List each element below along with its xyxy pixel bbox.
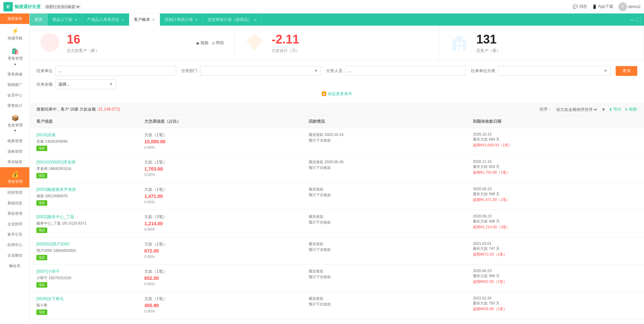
tab-purchase-summary-close[interactable]: ✕ [195,18,198,22]
customer-name-0016[interactable]: [0016]吴俊 [36,132,144,138]
stat-debt-amount-info: -2.11 欠款合计（万） [272,32,300,54]
customer-name-0002[interactable]: [0002]服务中心_丁磊 [36,214,144,220]
customer-phone-000002: 用户2050 18665062050 [36,248,144,253]
avatar: D [618,2,627,11]
sidebar-item-basic[interactable]: 基础信息 [0,198,29,208]
tab-expand-btn[interactable]: ⛶ [637,17,641,22]
retail-mgmt-expand: ▲ [13,62,17,66]
sidebar-item-retail-mall[interactable]: 零售商城 [0,69,29,80]
sidebar-item-warehouse[interactable]: 库存核算 [0,157,29,167]
tab-customer-account[interactable]: 客户账本 ✕ [129,13,160,26]
video-link[interactable]: ▶ 视频 [197,40,208,46]
help-link[interactable]: ⊙ 帮助 [212,40,224,46]
person-input[interactable]: ... [345,66,466,76]
due-info-0002: 2020.06.23 最长欠款 998 天 超期¥1,214.00（3笔） [473,214,637,230]
page-area: ¥ 16 总欠款客户（家） ▶ 视频 ⊙ 帮助 [30,26,644,324]
person-label: 分管人员 [326,68,342,74]
sidebar-item-batch-mgmt[interactable]: 📦 批发管理 ▼ [0,111,29,136]
customer-tag-0006: 现款 [36,310,47,315]
sidebar-item-new-guide[interactable]: 新手引导 [0,229,29,240]
debt-info-0006: 欠款（1笔） 455.90 0.00% [144,296,309,313]
company-collab-label: 企业协同 [7,222,22,227]
debt-amount-0016: 10,000.00 [144,139,309,144]
sidebar-item-retail-mgmt[interactable]: 🛍️ 零售管理 ▲ [0,44,29,69]
download-label: App下载 [598,4,613,9]
tab-collapse-btn[interactable]: — [630,17,635,22]
sidebar-item-purchase[interactable]: 采购管理 [0,146,29,157]
overdue-link-0003[interactable]: 超期¥1,471.00（1笔） [473,197,637,202]
export-btn[interactable]: ⬆ 导出 [609,107,621,112]
max-debt-days-0016: 最长欠款 884 天 [473,137,637,142]
tab-purchase-stats-close[interactable]: ✕ [254,18,257,22]
customer-phone-0007: 小饼干 18279152100 [36,275,144,281]
unit-class-input[interactable]: ▼ [498,66,611,76]
sidebar-item-member[interactable]: 会员中心 [0,90,29,100]
customer-tag-00010200001: 现款 [36,173,47,178]
tab-purchase-summary[interactable]: 采购订单统计表 ✕ [160,13,203,26]
dept-input[interactable]: ▼ [200,66,321,76]
sidebar-item-quick-nav[interactable]: ⚡ 快捷导航 [0,24,29,44]
sidebar-item-retail-stats[interactable]: 零售统计 [0,100,29,111]
sidebar-item-ecommerce[interactable]: 电商管理 [0,136,29,146]
max-debt-days-0006: 最长欠款 750 天 [473,301,637,306]
customer-tag-0002: 现款 [36,228,47,233]
sidebar-item-system[interactable]: 系统管理 [0,208,29,219]
customer-name-000002[interactable]: [000002]用户2050 [36,241,144,247]
search-menu[interactable]: 搜索菜单 [0,13,29,24]
stat-total-customers-label: 总客户（家） [476,48,501,54]
overdue-link-0002[interactable]: 超期¥1,214.00（3笔） [473,225,637,230]
customer-name-0007[interactable]: [0007]小饼干 [36,269,144,274]
new-guide-label: 新手引导 [7,232,22,237]
batch-mgmt-expand: ▼ [13,129,17,132]
company-select[interactable]: 母婴行业演示账套 [44,4,81,9]
unit-class-arrow-icon: ▼ [604,68,608,73]
balance-input[interactable]: 选择... ▼ [55,79,116,89]
customer-fullname-0003: 畅捷服务尹海燕 [48,187,76,192]
from-unit-dots: ... [58,68,62,73]
user-avatar-btn[interactable]: D demo2 [618,2,641,11]
ecommerce-label: 电商管理 [7,139,22,144]
tab-product-off-close[interactable]: ✕ [75,18,77,22]
customer-info-0003: [0003]畅捷服务尹海燕 海燕 18513066976 现款 [36,187,144,206]
app-download-btn[interactable]: 📱 App下载 [592,4,613,9]
customer-name-0003[interactable]: [0003]畅捷服务尹海燕 [36,187,144,193]
stat-debt-customers-info: 16 总欠款客户（家） [67,32,99,54]
tab-production-history[interactable]: 产成品入库单历史 ✕ [82,13,129,26]
sidebar-item-finance[interactable]: 💰 资金管理 [0,167,29,187]
sidebar-item-vip[interactable]: 畅会员 [0,261,29,271]
tab-production-close[interactable]: ✕ [121,18,124,22]
overdue-link-00010200001[interactable]: 超期¥1,703.68（1笔） [473,170,637,175]
from-unit-input[interactable]: ... [55,66,176,76]
sidebar-item-company-collab[interactable]: 企业协同 [0,219,29,229]
sidebar-item-app-center[interactable]: 应用中心 [0,240,29,250]
repay-info-0006: 最近收款 预计下次收款 [309,296,473,307]
debt-info-0003: 欠款（1笔） 1,471.00 0.00% [144,187,309,204]
collapse-bar[interactable]: 🔼 收起更多条件 [36,89,637,98]
overdue-link-0016[interactable]: 超期¥10,000.00（1笔） [473,143,637,148]
tab-customer-close[interactable]: ✕ [152,18,155,22]
debt-ratio-0003: 0.00% [144,200,309,204]
username: demo2 [628,4,641,9]
overdue-link-000002[interactable]: 超期¥672.00（1笔） [473,252,637,257]
customer-name-00010200001[interactable]: [00010200001]李老师 [36,159,144,165]
finance-label: 资金管理 [8,179,23,184]
overdue-link-0007[interactable]: 超期¥652.00（1笔） [473,279,637,284]
sort-label: 排序： [539,107,552,112]
tab-product-off[interactable]: 商品上下架 ✕ [48,13,82,26]
sidebar-item-enterprise-wechat[interactable]: 企业微信 [0,250,29,261]
tab-home[interactable]: 首页 [30,13,48,26]
tab-purchase-stats[interactable]: 进货单统计表（按商品） ✕ [203,13,262,26]
message-btn[interactable]: 💬 消息 [573,4,587,9]
dept-arrow-icon: ▼ [314,68,318,73]
sidebar-item-marketing[interactable]: 营销推广 [0,80,29,90]
max-debt-days-0002: 最长欠款 998 天 [473,219,637,224]
overdue-link-0006[interactable]: 超期¥455.90（1笔） [473,306,637,312]
query-button[interactable]: 查询 [616,66,637,76]
customer-name-0006[interactable]: [0006]去下粮仓 [36,296,144,302]
svg-rect-3 [453,39,466,51]
col-repay: 回款情况 [309,119,473,124]
retail-mgmt-icon: 🛍️ [11,48,19,55]
sort-select[interactable]: 按欠款金额倒序排序 [555,107,598,112]
refresh-btn[interactable]: ↻ 刷新 [625,107,637,112]
sidebar-item-ops[interactable]: 经营管理 [0,187,29,198]
